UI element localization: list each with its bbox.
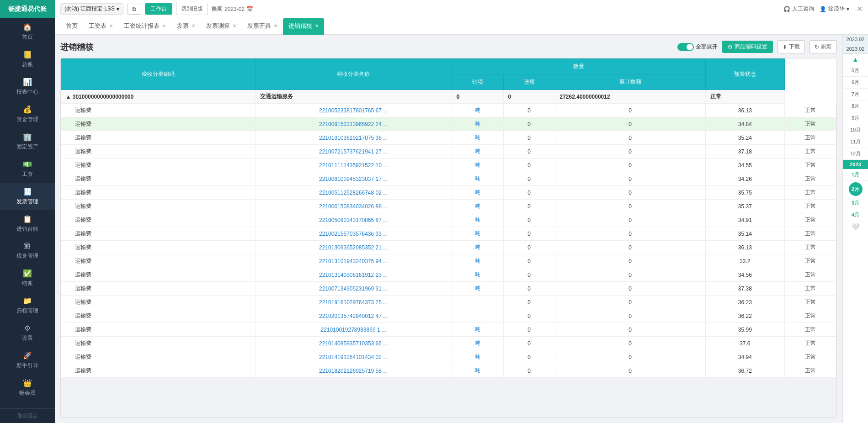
download-btn[interactable]: ⬇ 下载 [777,40,805,53]
sidebar-item-asset[interactable]: 🏢 固定资产 [0,128,55,155]
row-purchase: 0 [555,309,705,323]
row-status: 正常 [784,323,836,337]
sidebar-item-settings[interactable]: ⚙ 设置 [0,319,55,347]
group-status: 正常 [705,90,784,104]
expand-toggle[interactable]: 全部展开 [677,43,718,51]
row-sales: 0 [503,186,555,200]
topbar: (勿动) 江西报宝-LSS ▾ ⧉ 工作台 切到旧版 账期 2023-02 📅 … [55,0,868,18]
toggle-switch-control[interactable] [677,43,694,51]
row-purchase: 0 [555,131,705,145]
month-3[interactable]: 3月 [843,197,868,209]
tab-salary-report[interactable]: 工资统计报表 ✕ [118,18,171,35]
month-9[interactable]: 9月 [843,112,868,124]
user-avatar-icon: 👤 [820,6,826,12]
close-icon[interactable]: ✕ [233,23,236,28]
switch-version-btn[interactable]: 切到旧版 [176,3,208,15]
row-name: 运输费 [61,213,256,227]
right-panel-year-label2: 2023.02 [843,44,868,54]
company-selector[interactable]: (勿动) 江西报宝-LSS ▾ [60,3,123,15]
table-row: 运输费 221005090343170865 87 ... 吨 0 0 34.9… [61,213,836,227]
sidebar-item-capital[interactable]: 💰 资金管理 [0,100,55,128]
close-icon[interactable]: ✕ [162,23,166,28]
table-row: 运输费 221013140308161912 23 ... 吨 0 0 34.5… [61,268,836,282]
invoice-icon: 🧾 [23,187,32,196]
refresh-btn[interactable]: ↻ 刷新 [809,40,837,53]
th-cumulative: 累计数额 [555,74,705,90]
settings-btn[interactable]: ⚙ 商品编码设置 [722,41,773,53]
row-name: 运输费 [61,254,256,268]
row-invoice-code: 221013101943240375 94 ... [255,254,452,268]
tab-label: 发票开具 [247,22,271,30]
group-name: 交通运输服务 [255,90,452,104]
month-10[interactable]: 10月 [843,124,868,136]
table-body: ▲ 30100000000000000000 交通运输服务 0 0 27262.… [61,90,836,378]
tab-home-label: 首页 [66,22,78,30]
sidebar-item-salary[interactable]: 💵 工资 [0,155,55,183]
period-text: 账期 [212,5,223,13]
workbench-btn[interactable]: 工作台 [145,3,172,15]
page-header: 进销稽核 全部展开 ⚙ 商品编码设置 ⬇ 下载 ↻ [60,40,837,53]
main-area: (勿动) 江西报宝-LSS ▾ ⧉ 工作台 切到旧版 账期 2023-02 📅 … [55,0,868,423]
row-status: 正常 [784,254,836,268]
row-tag: 吨 [452,200,503,213]
row-status: 正常 [784,117,836,131]
tab-invoice-calc[interactable]: 发票测算 ✕ [201,18,242,35]
month-12[interactable]: 12月 [843,148,868,160]
tab-home[interactable]: 首页 [60,18,83,35]
copy-btn[interactable]: ⧉ [127,4,141,15]
settings-icon: ⚙ [24,324,31,333]
month-2-active[interactable]: 2月 [849,182,863,196]
panel-heart-icon: 🤍 [843,221,868,232]
sidebar-item-tax[interactable]: 🏛 税务管理 [0,238,55,264]
right-panel: 2023.02 2023.02 ▲ 5月 6月 7月 8月 9月 10月 11月… [842,35,868,423]
row-sales: 0 [503,350,555,364]
month-6[interactable]: 6月 [843,77,868,89]
row-cumulative: 35.24 [705,131,784,145]
month-5[interactable]: 5月 [843,65,868,77]
tab-invoice-issue[interactable]: 发票开具 ✕ [242,18,283,35]
row-tag: 吨 [452,364,503,378]
chevron-down-icon: ▾ [847,6,849,12]
th-tax-name: 税收分类名称 [255,59,452,90]
support-btn[interactable]: 🎧 人工咨询 [783,5,814,13]
row-tag [452,309,503,323]
table-row: 运输费 221005233817801765 67 ... 吨 0 0 36.1… [61,104,836,117]
sidebar-item-guide[interactable]: 🚀 新手引导 [0,347,55,374]
row-cumulative: 35.37 [705,200,784,213]
close-icon[interactable]: ✕ [315,23,319,28]
sidebar-item-sales[interactable]: 📋 进销台账 [0,210,55,238]
row-tag: 吨 [452,172,503,186]
month-1[interactable]: 1月 [843,169,868,181]
month-7[interactable]: 7月 [843,89,868,100]
sidebar-item-home[interactable]: 🏠 首页 [0,18,55,46]
sidebar-item-archive[interactable]: 📁 归档管理 [0,292,55,319]
sidebar-item-vip[interactable]: 👑 畅会员 [0,374,55,402]
table-row: 运输费 221011111435921522 10 ... 吨 0 0 34.5… [61,159,836,172]
tab-invoice[interactable]: 发票 ✕ [171,18,201,35]
row-name: 运输费 [61,323,256,337]
panel-up-arrow[interactable]: ▲ [843,54,868,65]
sidebar-unpin[interactable]: 取消固定 [0,408,55,423]
month-8[interactable]: 8月 [843,100,868,112]
row-cumulative: 36.13 [705,241,784,254]
sidebar-item-ledger[interactable]: 📒 总账 [0,46,55,73]
row-purchase: 0 [555,364,705,378]
user-menu[interactable]: 👤 徐滢华 ▾ [820,5,849,13]
row-purchase: 0 [555,296,705,309]
row-cumulative: 36.22 [705,309,784,323]
table-row: 运输费 221019103619217075 36 ... 吨 0 0 35.2… [61,131,836,145]
close-icon[interactable]: ✕ [274,23,277,28]
close-icon[interactable]: ✕ [192,23,195,28]
sidebar-item-report[interactable]: 📊 报表中心 [0,73,55,100]
close-btn[interactable]: ✕ [857,5,863,13]
sidebar-item-invoice[interactable]: 🧾 发票管理 [0,183,55,210]
tab-sales-check[interactable]: 进销稽核 ✕ [283,18,324,35]
sidebar-item-settlement[interactable]: ✅ 结账 [0,264,55,292]
row-purchase: 0 [555,117,705,131]
close-icon[interactable]: ✕ [109,23,113,28]
tab-label: 工资表 [89,22,107,30]
month-4[interactable]: 4月 [843,209,868,221]
tab-salary-table[interactable]: 工资表 ✕ [83,18,118,35]
th-quantity-group: 数量 [452,59,705,74]
month-11[interactable]: 11月 [843,136,868,148]
